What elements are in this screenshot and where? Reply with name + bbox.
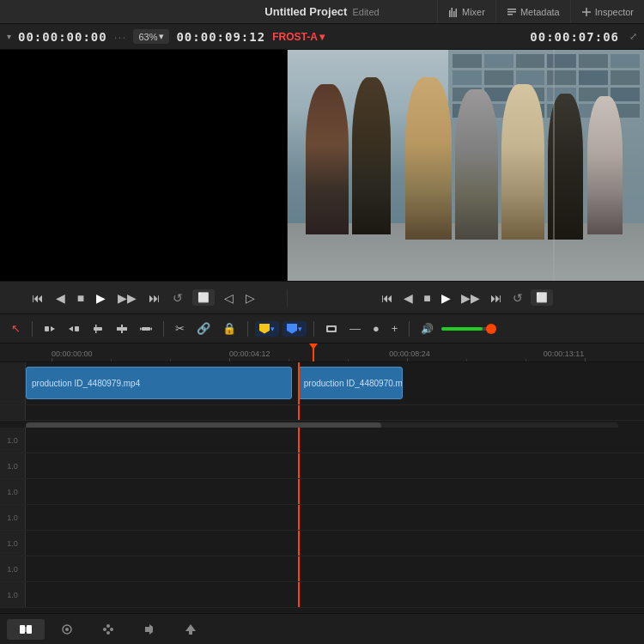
audio-volume-knob[interactable] [486,324,496,334]
preview-area [0,50,644,282]
audio-mute-button[interactable]: 🔊 [416,320,438,337]
title-bar: Untitled Project Edited Mixer Metadata I… [0,0,644,24]
flag-chevron: ▾ [270,325,275,333]
link-tool[interactable]: 🔗 [192,319,215,337]
program-monitor[interactable] [288,50,644,281]
source-next-frame-button[interactable]: ▶▶ [115,289,139,307]
svg-rect-3 [455,9,457,17]
audio-level-playhead-3 [298,479,300,504]
clip-mode-button[interactable] [321,320,342,337]
program-stop-button[interactable]: ■ [421,289,433,307]
color-label[interactable]: FROST-A ▾ [272,31,325,43]
audio-level-row-6: 1.0 [0,556,644,582]
source-out-point[interactable]: ▷ [243,289,258,307]
svg-marker-10 [51,326,55,331]
audio-level-val-2: 1.0 [7,462,18,471]
program-prev-frame-button[interactable]: ◀ [401,289,416,307]
end-timecode: 00:00:07:06 [530,30,619,44]
main-content: ▾ 00:00:00:00 ··· 63% ▾ 00:00:09:12 FROS… [0,24,644,644]
audio-level-val-5: 1.0 [7,539,18,548]
svg-rect-9 [45,326,49,331]
svg-marker-20 [150,327,152,331]
effects-tab-icon [101,623,115,636]
program-play-button[interactable]: ▶ [439,289,453,307]
circle-button[interactable]: ● [368,319,384,337]
roll-edit-tool[interactable] [112,320,132,337]
tab-effects[interactable] [89,619,127,640]
tab-deliver[interactable] [172,619,210,640]
timeline-tracks: production ID_4480979.mp4 production ID_… [0,362,644,644]
source-skip-back-button[interactable]: ⏮ [29,289,46,307]
video-track-label [0,362,26,404]
razor-tool[interactable]: ✂ [171,319,189,337]
ripple-edit-tool[interactable] [88,320,108,337]
expand-icon[interactable]: ⤢ [629,31,637,42]
minus-button[interactable]: — [345,319,365,337]
svg-rect-34 [189,631,192,635]
source-stop-button[interactable]: ■ [75,289,87,307]
timeline-ruler[interactable]: 00:00:00:00 00:00:04:12 00:00:08:24 00:0… [0,343,644,362]
track-select-fwd-tool[interactable] [39,320,60,337]
tab-audio[interactable] [131,619,168,640]
plus-button[interactable]: + [387,319,403,337]
selection-tool[interactable]: ↖ [7,319,25,337]
audio-level-playhead-2 [298,453,300,478]
audio-level-val-6: 1.0 [7,565,18,574]
audio-level-row-2: 1.0 [0,453,644,479]
video-track-content[interactable]: production ID_4480979.mp4 production ID_… [26,362,644,404]
video-clip-1[interactable]: production ID_4480979.mp4 [26,367,292,399]
tab-color[interactable] [48,619,86,640]
svg-point-27 [65,628,69,631]
program-loop-button[interactable]: ↺ [510,289,526,307]
source-monitor[interactable] [0,50,288,281]
program-skip-back-button[interactable]: ⏮ [379,289,396,307]
program-skip-fwd-button[interactable]: ⏭ [488,289,505,307]
toolbar-sep-2 [163,321,164,337]
zoom-control[interactable]: 63% ▾ [133,29,169,44]
color-label-chevron: ▾ [319,31,325,43]
lock-tool[interactable]: 🔒 [218,319,240,337]
audio-volume-slider[interactable] [441,327,493,331]
program-monitor-toggle[interactable]: ⬜ [531,289,553,306]
inspector-button[interactable]: Inspector [570,0,644,23]
svg-rect-0 [449,10,451,17]
audio-playhead-0 [298,405,300,420]
svg-rect-16 [123,327,127,331]
svg-rect-25 [25,627,27,632]
timecode-options[interactable]: ··· [114,30,127,44]
audio-level-val-7: 1.0 [7,591,18,599]
svg-rect-32 [145,627,149,632]
svg-rect-12 [75,326,79,331]
flag-blue-button[interactable]: ▾ [283,321,307,337]
metadata-button[interactable]: Metadata [495,0,570,23]
edited-badge: Edited [352,7,379,17]
edit-tab-icon [19,623,33,636]
program-timecode: 00:00:09:12 [176,30,265,44]
audio-content-0[interactable] [26,405,644,420]
color-tab-icon [60,623,74,636]
slip-tool[interactable] [136,320,156,337]
audio-level-val-3: 1.0 [7,488,18,496]
source-skip-fwd-button[interactable]: ⏭ [146,289,163,307]
flag-button[interactable]: ▾ [255,321,279,337]
source-monitor-toggle[interactable]: ⬜ [192,289,215,306]
audio-level-playhead-6 [298,556,300,581]
flag-blue-chevron: ▾ [298,325,302,333]
zoom-chevron: ▾ [159,31,164,42]
video-clip-2[interactable]: production ID_4480970.mp4 [298,367,403,399]
source-loop-button[interactable]: ↺ [170,289,185,307]
bottom-tabs [0,613,644,644]
source-prev-frame-button[interactable]: ◀ [53,289,68,307]
inspector-icon [581,7,592,17]
color-label-text: FROST-A [272,31,318,43]
source-timecode: 00:00:00:00 [18,30,107,44]
svg-point-31 [106,631,110,635]
source-panel-collapse[interactable]: ▾ [7,32,11,41]
svg-marker-19 [140,327,142,331]
source-play-button[interactable]: ▶ [94,289,108,307]
mixer-button[interactable]: Mixer [437,0,495,23]
tab-edit[interactable] [7,619,45,640]
track-select-back-tool[interactable] [64,320,84,337]
source-in-point[interactable]: ◁ [222,289,236,307]
program-next-frame-button[interactable]: ▶▶ [459,289,483,307]
